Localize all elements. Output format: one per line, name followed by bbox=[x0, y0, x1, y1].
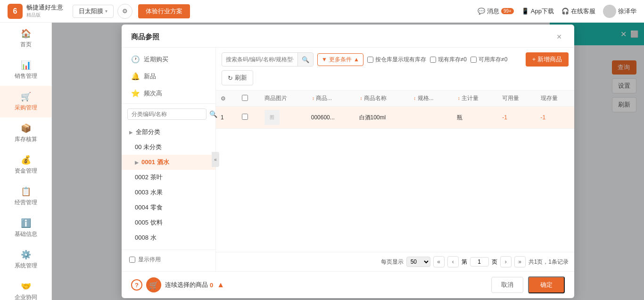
user-nav-item[interactable]: 徐泽华 bbox=[603, 5, 636, 18]
last-page-btn[interactable]: » bbox=[514, 256, 526, 267]
col-name-header[interactable]: ↕ 商品名称 bbox=[355, 91, 408, 107]
category-all[interactable]: ▶ 全部分类 bbox=[122, 125, 215, 140]
recent-tab-label: 近期购买 bbox=[144, 55, 168, 64]
new-products-tab[interactable]: 🔔 新品 bbox=[125, 68, 212, 84]
frequent-tab[interactable]: ⭐ 频次高 bbox=[125, 85, 212, 101]
col-settings[interactable]: ⚙ bbox=[216, 91, 237, 107]
col-img-label: 商品图片 bbox=[264, 95, 287, 101]
category-tree: ▶ 全部分类 00 未分类 ▶ 0001 酒水 0002 茶 bbox=[122, 123, 215, 248]
page-number-input[interactable] bbox=[470, 257, 489, 267]
nav-right: 💬 消息 99+ 📱 App下载 🎧 在线客服 徐泽华 bbox=[478, 5, 636, 18]
product-search-input[interactable] bbox=[222, 56, 297, 63]
messages-nav-item[interactable]: 💬 消息 99+ bbox=[478, 7, 514, 16]
sidebar-item-system[interactable]: ⚙️ 系统管理 bbox=[0, 244, 51, 275]
category-0003[interactable]: 0003 水果 bbox=[122, 185, 215, 200]
logo-icon: 6 bbox=[8, 4, 23, 19]
sidebar-item-basic-info[interactable]: ℹ️ 基础信息 bbox=[0, 212, 51, 244]
product-table: ⚙ 商品图片 ↕ bbox=[216, 91, 574, 129]
cart-text: 连续选择的商品 0 bbox=[165, 281, 213, 289]
sidebar-item-home[interactable]: 🏠 首页 bbox=[0, 23, 51, 54]
col-available-header: 可用量 bbox=[497, 91, 536, 107]
usable-checkbox[interactable] bbox=[471, 57, 477, 63]
warehouse-display-check[interactable]: 按仓库显示现有库存 bbox=[367, 56, 426, 64]
online-service-nav-item[interactable]: 🎧 在线客服 bbox=[561, 7, 595, 16]
usable-check[interactable]: 可用库存≠0 bbox=[471, 56, 507, 64]
filter-icon: ▼ bbox=[322, 56, 327, 63]
col-code-header[interactable]: ↕ 商品... bbox=[306, 91, 355, 107]
category-0004[interactable]: 0004 零食 bbox=[122, 200, 215, 215]
col-available-label: 可用量 bbox=[502, 95, 519, 101]
info-icon: ℹ️ bbox=[21, 218, 31, 228]
category-00[interactable]: 00 未分类 bbox=[122, 140, 215, 155]
table-header: ⚙ 商品图片 ↕ bbox=[216, 91, 574, 107]
avatar bbox=[603, 5, 616, 18]
category-0002-label: 0002 茶叶 bbox=[135, 173, 163, 182]
sidebar-label-finance: 资金管理 bbox=[15, 167, 37, 175]
available-check[interactable]: 现有库存≠0 bbox=[430, 56, 467, 64]
purchase-icon: 🛒 bbox=[21, 92, 31, 102]
settings-icon[interactable]: ⚙ bbox=[117, 4, 132, 19]
col-spec-header[interactable]: ↕ 规格... bbox=[408, 91, 452, 107]
available-checkbox[interactable] bbox=[430, 57, 436, 63]
filter-up-icon: ▲ bbox=[354, 56, 359, 63]
prev-page-btn[interactable]: ‹ bbox=[447, 256, 459, 267]
per-page-select[interactable]: 50 100 bbox=[406, 257, 430, 267]
sidebar-item-purchase[interactable]: 🛒 采购管理 bbox=[0, 86, 51, 117]
sidebar-item-inventory[interactable]: 📦 库存核算 bbox=[0, 117, 51, 149]
footer-collapse-icon[interactable]: ▲ bbox=[217, 281, 224, 289]
first-page-btn[interactable]: « bbox=[433, 256, 445, 267]
refresh-button[interactable]: ↻ 刷新 bbox=[222, 70, 253, 85]
category-search-icon[interactable]: 🔍 bbox=[209, 110, 217, 118]
page-suffix: 页 bbox=[492, 258, 497, 266]
sidebar-item-collab[interactable]: 🤝 企业协同 bbox=[0, 275, 51, 300]
product-search-button[interactable]: 🔍 bbox=[297, 53, 313, 66]
category-0001[interactable]: ▶ 0001 酒水 bbox=[122, 155, 215, 170]
nav-selector[interactable]: 日太阳膜 ▾ bbox=[73, 5, 114, 18]
sidebar-item-finance[interactable]: 💰 资金管理 bbox=[0, 149, 51, 181]
col-unit-header[interactable]: ↕ 主计量 bbox=[452, 91, 497, 107]
category-0008[interactable]: 0008 水 bbox=[122, 230, 215, 245]
category-0010[interactable]: 0010 家电 bbox=[122, 245, 215, 248]
main-content: ✕ ⬜ 查询 设置 刷新 商品参照 × bbox=[52, 23, 644, 300]
left-panel-collapse-btn[interactable]: « bbox=[212, 152, 219, 167]
messages-label: 消息 bbox=[487, 7, 499, 16]
nav-selector-label: 日太阳膜 bbox=[79, 7, 103, 16]
sidebar-item-operations[interactable]: 📋 经营管理 bbox=[0, 181, 51, 212]
sidebar-label-sales: 销售管理 bbox=[15, 72, 37, 80]
category-search-row: 🔍 bbox=[122, 106, 215, 123]
modal-footer: ? 🛒 连续选择的商品 0 ▲ 取消 确定 bbox=[122, 271, 574, 298]
row-checkbox[interactable] bbox=[242, 114, 248, 120]
modal-close-button[interactable]: × bbox=[553, 31, 565, 42]
help-icon[interactable]: ? bbox=[131, 279, 142, 291]
sidebar-label-home: 首页 bbox=[20, 41, 32, 49]
product-toolbar: 🔍 ▼ 更多条件 ▲ 按仓库显示现有库存 bbox=[216, 48, 574, 91]
pagination-bar: 每页显示 50 100 « ‹ 第 页 › » 共 bbox=[216, 252, 574, 271]
sidebar-label-operations: 经营管理 bbox=[15, 199, 37, 207]
col-checkbox[interactable] bbox=[237, 91, 260, 107]
row-checkbox-cell[interactable] bbox=[237, 107, 260, 129]
left-panel: 🕐 近期购买 🔔 新品 ⭐ 频次高 bbox=[122, 48, 216, 271]
warehouse-checkbox[interactable] bbox=[367, 57, 373, 63]
sidebar-label-collab: 企业协同 bbox=[15, 293, 37, 300]
col-code-label: 商品... bbox=[316, 95, 332, 101]
confirm-button[interactable]: 确定 bbox=[528, 276, 565, 293]
row-spec-cell bbox=[408, 107, 452, 129]
recent-purchase-tab[interactable]: 🕐 近期购买 bbox=[125, 51, 212, 67]
category-search-input[interactable] bbox=[127, 108, 206, 120]
display-disabled-row[interactable]: 显示停用 bbox=[122, 252, 215, 267]
table-row[interactable]: 1 图 000600... 白酒100ml bbox=[216, 107, 574, 129]
add-product-button[interactable]: + 新增商品 bbox=[526, 52, 569, 67]
cancel-button[interactable]: 取消 bbox=[491, 277, 523, 293]
select-all-checkbox[interactable] bbox=[242, 95, 248, 101]
sidebar-item-sales[interactable]: 📊 销售管理 bbox=[0, 54, 51, 86]
more-filter-button[interactable]: ▼ 更多条件 ▲ bbox=[317, 53, 363, 66]
app-download-nav-item[interactable]: 📱 App下载 bbox=[521, 7, 554, 16]
category-0002[interactable]: 0002 茶叶 bbox=[122, 170, 215, 185]
trial-button[interactable]: 体验行业方案 bbox=[138, 4, 190, 18]
display-disabled-checkbox[interactable] bbox=[129, 257, 135, 263]
logo-line1: 畅捷通好生意 bbox=[26, 4, 63, 12]
bottom-divider bbox=[122, 250, 215, 250]
cart-icon[interactable]: 🛒 bbox=[146, 277, 161, 292]
next-page-btn[interactable]: › bbox=[500, 256, 512, 267]
category-0005[interactable]: 0005 饮料 bbox=[122, 215, 215, 230]
